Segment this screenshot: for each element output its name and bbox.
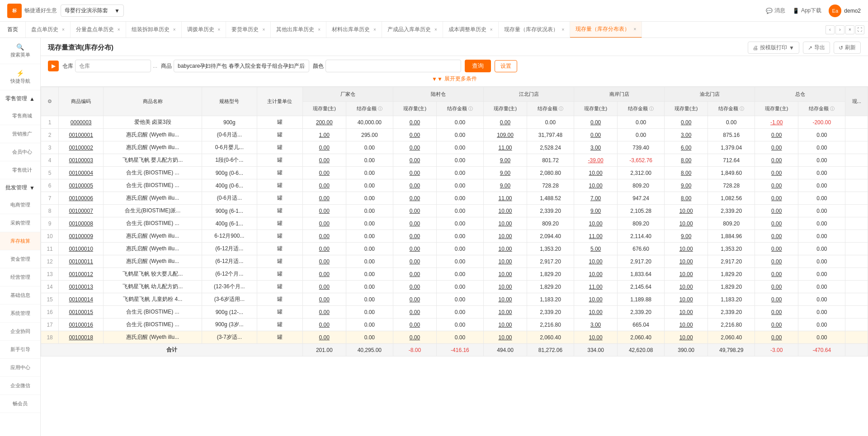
jiangbei-qty[interactable]: 10.00 bbox=[484, 268, 527, 281]
jiangbei-qty[interactable]: 10.00 bbox=[484, 255, 527, 268]
total-qty[interactable]: 0.00 bbox=[755, 268, 798, 281]
factory-qty[interactable]: 200.00 bbox=[302, 116, 346, 129]
close-icon[interactable]: × bbox=[173, 27, 176, 32]
close-icon[interactable]: × bbox=[434, 27, 437, 32]
product-code[interactable]: 00100009 bbox=[59, 230, 104, 243]
nanan-qty[interactable]: -39.00 bbox=[574, 154, 618, 167]
sidebar-item-collab[interactable]: 企业协同 bbox=[0, 323, 40, 341]
nanan-qty[interactable]: 10.00 bbox=[574, 217, 618, 230]
product-code[interactable]: 00100004 bbox=[59, 167, 104, 179]
factory-qty[interactable]: 0.00 bbox=[302, 217, 346, 230]
total-qty[interactable]: 0.00 bbox=[755, 205, 798, 217]
sidebar-item-retail-store[interactable]: 零售商城 bbox=[0, 107, 40, 125]
product-code[interactable]: 00100003 bbox=[59, 154, 104, 167]
product-code[interactable]: 00100015 bbox=[59, 306, 104, 319]
jiangbei-qty[interactable]: 109.00 bbox=[484, 129, 527, 141]
yubei-qty[interactable]: 10.00 bbox=[665, 217, 708, 230]
tab-product-in[interactable]: 产成品入库单历史 × bbox=[382, 22, 443, 38]
total-qty[interactable]: 0.00 bbox=[755, 167, 798, 179]
close-icon[interactable]: × bbox=[62, 27, 65, 32]
product-code[interactable]: 00100016 bbox=[59, 319, 104, 331]
yubei-qty[interactable]: 10.00 bbox=[665, 293, 708, 306]
info-icon[interactable]: ⓘ bbox=[468, 106, 473, 111]
info-icon[interactable]: ⓘ bbox=[649, 106, 654, 111]
nanan-qty[interactable]: 11.00 bbox=[574, 281, 618, 293]
nanan-qty[interactable]: 10.00 bbox=[574, 179, 618, 192]
nanan-qty[interactable]: 9.00 bbox=[574, 205, 618, 217]
lvcun-qty[interactable]: 0.00 bbox=[393, 306, 437, 319]
lvcun-qty[interactable]: 0.00 bbox=[393, 268, 437, 281]
jiangbei-qty[interactable]: 11.00 bbox=[484, 141, 527, 154]
nanan-qty[interactable]: 10.00 bbox=[574, 167, 618, 179]
factory-qty[interactable]: 0.00 bbox=[302, 167, 346, 179]
lvcun-qty[interactable]: 0.00 bbox=[393, 255, 437, 268]
total-qty[interactable]: 0.00 bbox=[755, 255, 798, 268]
factory-qty[interactable]: 0.00 bbox=[302, 268, 346, 281]
close-icon[interactable]: × bbox=[373, 27, 376, 32]
close-icon[interactable]: × bbox=[318, 27, 321, 32]
jiangbei-qty[interactable]: 9.00 bbox=[484, 167, 527, 179]
export-button[interactable]: ↗ 导出 bbox=[803, 42, 830, 54]
tab-partial-check[interactable]: 分量盘点单历史 × bbox=[71, 22, 126, 38]
jiangbei-qty[interactable]: 10.00 bbox=[484, 230, 527, 243]
jiangbei-qty[interactable]: 10.00 bbox=[484, 217, 527, 230]
lvcun-qty[interactable]: 0.00 bbox=[393, 230, 437, 243]
product-code[interactable]: 00100001 bbox=[59, 129, 104, 141]
nanan-qty[interactable]: 11.00 bbox=[574, 230, 618, 243]
product-code[interactable]: 00100007 bbox=[59, 205, 104, 217]
filter-expand[interactable]: ▼▼ 展开更多条件 bbox=[48, 75, 861, 83]
lvcun-qty[interactable]: 0.00 bbox=[393, 116, 437, 129]
total-qty[interactable]: 0.00 bbox=[755, 192, 798, 205]
tab-order[interactable]: 要货单历史 × bbox=[226, 22, 271, 38]
tab-inventory-check[interactable]: 盘点单历史 × bbox=[26, 22, 71, 38]
lvcun-qty[interactable]: 0.00 bbox=[393, 192, 437, 205]
lvcun-qty[interactable]: 0.00 bbox=[393, 205, 437, 217]
factory-qty[interactable]: 0.00 bbox=[302, 281, 346, 293]
factory-qty[interactable]: 0.00 bbox=[302, 319, 346, 331]
total-qty[interactable]: 0.00 bbox=[755, 217, 798, 230]
factory-qty[interactable]: 0.00 bbox=[302, 243, 346, 255]
nanan-qty[interactable]: 10.00 bbox=[574, 268, 618, 281]
sidebar-item-inventory[interactable]: 库存核算 bbox=[0, 232, 40, 250]
info-icon[interactable]: ⓘ bbox=[830, 106, 835, 111]
sidebar-item-app-center[interactable]: 应用中心 bbox=[0, 359, 40, 377]
product-code[interactable]: 00100008 bbox=[59, 217, 104, 230]
sidebar-item-basic-info[interactable]: 基础信息 bbox=[0, 286, 40, 305]
factory-qty[interactable]: 1.00 bbox=[302, 129, 346, 141]
warehouse-more-icon[interactable]: ... bbox=[153, 63, 157, 69]
sidebar-item-guide[interactable]: 新手引导 bbox=[0, 341, 40, 359]
factory-qty[interactable]: 0.00 bbox=[302, 141, 346, 154]
factory-qty[interactable]: 0.00 bbox=[302, 306, 346, 319]
jiangbei-qty[interactable]: 10.00 bbox=[484, 243, 527, 255]
yubei-qty[interactable]: 8.00 bbox=[665, 167, 708, 179]
product-code[interactable]: 0000003 bbox=[59, 116, 104, 129]
jiangbei-qty[interactable]: 10.00 bbox=[484, 306, 527, 319]
factory-qty[interactable]: 0.00 bbox=[302, 255, 346, 268]
info-icon[interactable]: ⓘ bbox=[378, 106, 382, 111]
sidebar-item-search[interactable]: 🔍 搜索英单 bbox=[0, 38, 40, 64]
product-code[interactable]: 00100014 bbox=[59, 293, 104, 306]
sidebar-item-purchase[interactable]: 采购管理 bbox=[0, 214, 40, 232]
yubei-qty[interactable]: 8.00 bbox=[665, 154, 708, 167]
info-icon[interactable]: ⓘ bbox=[740, 106, 744, 111]
product-code[interactable]: 00100013 bbox=[59, 281, 104, 293]
factory-qty[interactable]: 0.00 bbox=[302, 205, 346, 217]
sidebar-item-retail-stats[interactable]: 零售统计 bbox=[0, 161, 40, 179]
nanan-qty[interactable]: 3.00 bbox=[574, 319, 618, 331]
nanan-qty[interactable]: 10.00 bbox=[574, 306, 618, 319]
tab-stock-dist[interactable]: 现存量（库存分布表） × bbox=[570, 22, 642, 38]
factory-qty[interactable]: 0.00 bbox=[302, 179, 346, 192]
setting-button[interactable]: 设置 bbox=[495, 60, 517, 72]
sidebar-item-member-plus[interactable]: 畅会员 bbox=[0, 395, 40, 413]
sidebar-item-operations[interactable]: 经营管理 bbox=[0, 268, 40, 286]
nanan-qty[interactable]: 3.00 bbox=[574, 141, 618, 154]
product-code[interactable]: 00100002 bbox=[59, 141, 104, 154]
close-icon[interactable]: × bbox=[262, 27, 265, 32]
yubei-qty[interactable]: 3.00 bbox=[665, 129, 708, 141]
yubei-qty[interactable]: 10.00 bbox=[665, 319, 708, 331]
yubei-qty[interactable]: 10.00 bbox=[665, 331, 708, 344]
lvcun-qty[interactable]: 0.00 bbox=[393, 141, 437, 154]
product-code[interactable]: 00100006 bbox=[59, 192, 104, 205]
yubei-qty[interactable]: 10.00 bbox=[665, 306, 708, 319]
total-qty[interactable]: 0.00 bbox=[755, 154, 798, 167]
